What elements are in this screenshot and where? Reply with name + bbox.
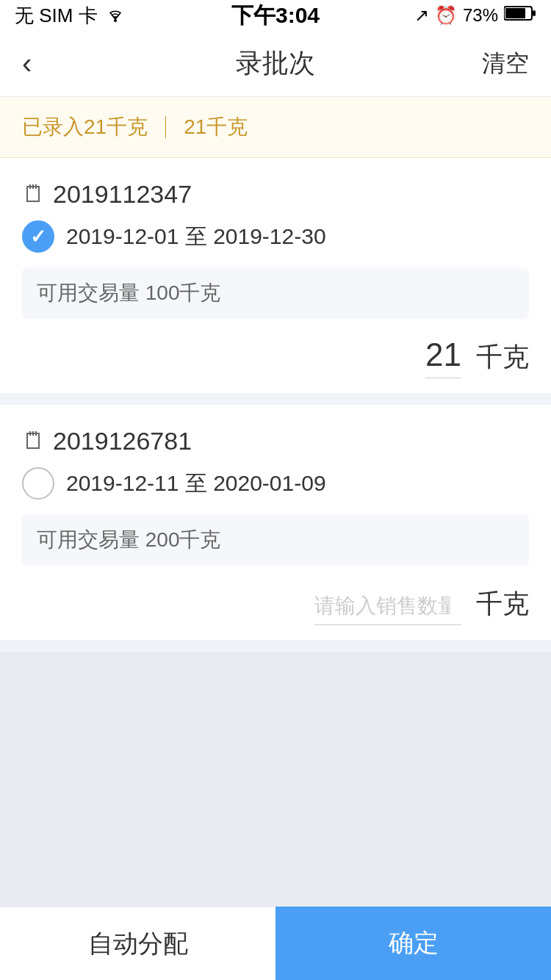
batch1-select-row[interactable]: 2019-12-01 至 2019-12-30 — [22, 220, 529, 253]
batch1-header: 🗒 2019112347 — [22, 180, 529, 209]
svg-point-0 — [114, 19, 117, 22]
batch1-card: 🗒 2019112347 2019-12-01 至 2019-12-30 可用交… — [0, 158, 551, 405]
batch2-quantity-row: 千克 — [22, 566, 529, 640]
batch1-icon: 🗒 — [22, 181, 46, 208]
status-right: ↗ ⏰ 73% — [414, 5, 536, 26]
auto-distribute-label: 自动分配 — [88, 927, 188, 961]
back-button[interactable]: ‹ — [22, 47, 32, 80]
batch2-select-row[interactable]: 2019-12-11 至 2020-01-09 — [22, 467, 529, 500]
clear-button[interactable]: 清空 — [482, 48, 529, 80]
status-bar: 无 SIM 卡 下午3:04 ↗ ⏰ 73% — [0, 0, 551, 31]
battery-text: 73% — [463, 5, 498, 26]
batch2-radio[interactable] — [22, 467, 54, 500]
svg-rect-3 — [533, 10, 536, 16]
batch1-quantity-row: 21 千克 — [22, 319, 529, 393]
batch1-available-qty: 可用交易量 100千克 — [22, 267, 529, 319]
nav-bar: ‹ 录批次 清空 — [0, 31, 551, 97]
battery-icon — [504, 5, 536, 26]
alarm-icon: ⏰ — [435, 5, 457, 26]
wifi-icon — [105, 4, 126, 27]
svg-rect-2 — [505, 8, 525, 18]
batch1-date-range: 2019-12-01 至 2019-12-30 — [66, 222, 326, 252]
status-time: 下午3:04 — [231, 1, 320, 31]
confirm-button[interactable]: 确定 — [276, 907, 551, 980]
footer: 自动分配 确定 — [0, 907, 551, 980]
batch1-radio[interactable] — [22, 220, 54, 253]
confirm-label: 确定 — [389, 926, 439, 960]
batch2-id: 2019126781 — [53, 427, 192, 455]
summary-amount: 21千克 — [184, 113, 248, 141]
auto-distribute-button[interactable]: 自动分配 — [0, 907, 276, 980]
page-title: 录批次 — [236, 46, 315, 82]
summary-prefix-text: 已录入21千克 — [22, 113, 148, 141]
card-divider-1 — [0, 393, 551, 405]
batch1-unit: 千克 — [476, 339, 529, 375]
batch2-header: 🗒 2019126781 — [22, 427, 529, 455]
carrier-text: 无 SIM 卡 — [15, 3, 98, 29]
batch1-quantity-underline: 21 — [425, 336, 461, 378]
batch2-icon: 🗒 — [22, 428, 46, 455]
location-icon: ↗ — [414, 5, 429, 26]
status-left: 无 SIM 卡 — [15, 3, 126, 29]
summary-divider — [165, 116, 166, 138]
summary-banner: 已录入21千克 21千克 — [0, 97, 551, 158]
batch2-date-range: 2019-12-11 至 2020-01-09 — [66, 469, 326, 499]
batch2-unit: 千克 — [476, 586, 529, 622]
batch1-quantity-value: 21 — [425, 336, 461, 373]
card-divider-2 — [0, 640, 551, 652]
batch2-quantity-underline[interactable] — [314, 583, 461, 625]
batch2-available-qty: 可用交易量 200千克 — [22, 514, 529, 566]
batch2-quantity-input[interactable] — [314, 583, 461, 620]
batch2-card: 🗒 2019126781 2019-12-11 至 2020-01-09 可用交… — [0, 405, 551, 652]
batch1-id: 2019112347 — [53, 180, 192, 209]
